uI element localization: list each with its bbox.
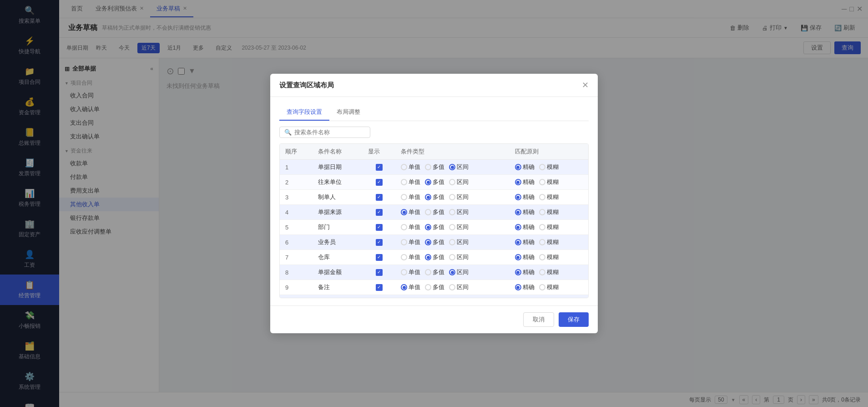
cell-condition-type: 单值 多值 区间 [395, 160, 509, 175]
cell-show [363, 235, 395, 250]
cell-condition-type: 单值 多值 区间 [395, 190, 509, 205]
radio-range[interactable]: 区间 [449, 163, 469, 171]
radio-range[interactable]: 区间 [449, 193, 469, 201]
cell-condition-type: 单值 多值 区间 [395, 265, 509, 280]
modal-close-button[interactable]: ✕ [582, 80, 589, 90]
search-input[interactable] [294, 129, 363, 136]
radio-single[interactable]: 单值 [401, 163, 420, 171]
search-box: 🔍 [279, 127, 370, 138]
cell-name: 单据编号 [313, 295, 363, 299]
radio-range[interactable]: 区间 [449, 178, 469, 186]
radio-exact[interactable]: 精确 [515, 238, 535, 246]
radio-fuzzy[interactable]: 模糊 [539, 253, 559, 261]
condition-type-group: 单值 多值 区间 [401, 208, 504, 216]
radio-fuzzy[interactable]: 模糊 [539, 223, 559, 231]
radio-multi[interactable]: 多值 [425, 163, 444, 171]
radio-single[interactable]: 单值 [401, 193, 420, 201]
cell-order: 2 [280, 175, 313, 190]
modal-title: 设置查询区域布局 [279, 81, 334, 90]
show-checkbox[interactable] [368, 209, 390, 216]
cell-name: 单据金额 [313, 265, 363, 280]
match-group: 精确 模糊 [515, 223, 583, 231]
radio-single[interactable]: 单值 [401, 283, 420, 291]
radio-fuzzy[interactable]: 模糊 [539, 163, 559, 171]
modal-footer: 取消 保存 [270, 305, 598, 333]
match-group: 精确 模糊 [515, 163, 583, 171]
table-row: 7仓库 单值 多值 区间 精确 [280, 250, 588, 265]
modal-tab-query-fields[interactable]: 查询字段设置 [279, 104, 329, 121]
cell-name: 单据来源 [313, 205, 363, 220]
radio-fuzzy[interactable]: 模糊 [539, 208, 559, 216]
condition-type-group: 单值 多值 区间 [401, 268, 504, 276]
condition-type-group: 单值 多值 区间 [401, 193, 504, 201]
radio-single[interactable]: 单值 [401, 253, 420, 261]
cell-order: 5 [280, 220, 313, 235]
radio-fuzzy[interactable]: 模糊 [539, 268, 559, 276]
cell-condition-type: 单值 多值 区间 [395, 220, 509, 235]
radio-range[interactable]: 区间 [449, 253, 469, 261]
cell-order: 6 [280, 235, 313, 250]
modal-header: 设置查询区域布局 ✕ [270, 74, 598, 97]
condition-type-group: 单值 多值 区间 [401, 163, 504, 171]
radio-single[interactable]: 单值 [401, 223, 420, 231]
radio-fuzzy[interactable]: 模糊 [539, 178, 559, 186]
cell-show [363, 160, 395, 175]
radio-range[interactable]: 区间 [449, 268, 469, 276]
table-row: 5部门 单值 多值 区间 精确 [280, 220, 588, 235]
settings-modal: 设置查询区域布局 ✕ 查询字段设置 布局调整 🔍 顺序 条件名称 显示 [270, 74, 598, 333]
radio-single[interactable]: 单值 [401, 268, 420, 276]
radio-exact[interactable]: 精确 [515, 163, 535, 171]
show-checkbox[interactable] [368, 224, 390, 231]
cell-order: 1 [280, 160, 313, 175]
radio-multi[interactable]: 多值 [425, 283, 444, 291]
cell-order: 7 [280, 250, 313, 265]
radio-single[interactable]: 单值 [401, 208, 420, 216]
radio-exact[interactable]: 精确 [515, 253, 535, 261]
radio-fuzzy[interactable]: 模糊 [539, 283, 559, 291]
th-condition-type: 条件类型 [395, 144, 509, 160]
radio-exact[interactable]: 精确 [515, 268, 535, 276]
radio-multi[interactable]: 多值 [425, 223, 444, 231]
radio-exact[interactable]: 精确 [515, 223, 535, 231]
cancel-button[interactable]: 取消 [523, 312, 554, 327]
cell-match: 精确 模糊 [510, 265, 588, 280]
settings-table-scroll: 顺序 条件名称 显示 条件类型 匹配原则 1单据日期 单值 [279, 143, 589, 298]
radio-multi[interactable]: 多值 [425, 268, 444, 276]
radio-exact[interactable]: 精确 [515, 193, 535, 201]
cell-condition-type: 单值 多值 区间 [395, 250, 509, 265]
radio-exact[interactable]: 精确 [515, 208, 535, 216]
table-row: 10单据编号 单值 多值 区间 精确 [280, 295, 588, 299]
match-group: 精确 模糊 [515, 193, 583, 201]
radio-exact[interactable]: 精确 [515, 178, 535, 186]
cell-match: 精确 模糊 [510, 205, 588, 220]
show-checkbox[interactable] [368, 164, 390, 171]
show-checkbox[interactable] [368, 179, 390, 186]
radio-fuzzy[interactable]: 模糊 [539, 238, 559, 246]
condition-type-group: 单值 多值 区间 [401, 253, 504, 261]
show-checkbox[interactable] [368, 254, 390, 261]
cell-match: 精确 模糊 [510, 235, 588, 250]
radio-exact[interactable]: 精确 [515, 283, 535, 291]
search-icon: 🔍 [284, 129, 292, 136]
show-checkbox[interactable] [368, 284, 390, 291]
radio-multi[interactable]: 多值 [425, 208, 444, 216]
radio-range[interactable]: 区间 [449, 283, 469, 291]
radio-fuzzy[interactable]: 模糊 [539, 193, 559, 201]
cell-order: 3 [280, 190, 313, 205]
radio-range[interactable]: 区间 [449, 208, 469, 216]
radio-multi[interactable]: 多值 [425, 178, 444, 186]
radio-single[interactable]: 单值 [401, 238, 420, 246]
cell-name: 单据日期 [313, 160, 363, 175]
show-checkbox[interactable] [368, 239, 390, 246]
radio-multi[interactable]: 多值 [425, 193, 444, 201]
radio-multi[interactable]: 多值 [425, 238, 444, 246]
radio-range[interactable]: 区间 [449, 238, 469, 246]
radio-range[interactable]: 区间 [449, 223, 469, 231]
show-checkbox[interactable] [368, 194, 390, 201]
radio-multi[interactable]: 多值 [425, 253, 444, 261]
radio-single[interactable]: 单值 [401, 178, 420, 186]
show-checkbox[interactable] [368, 269, 390, 276]
modal-tab-layout[interactable]: 布局调整 [329, 104, 368, 121]
cell-show [363, 265, 395, 280]
save-button[interactable]: 保存 [559, 312, 589, 327]
